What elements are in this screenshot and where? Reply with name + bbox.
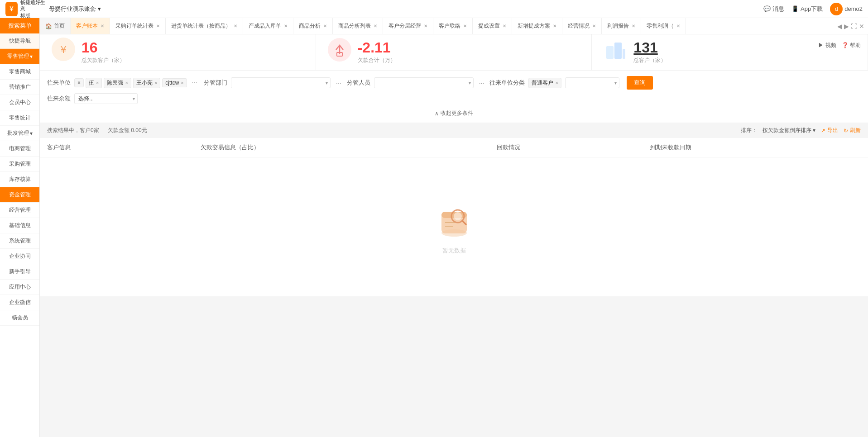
empty-row: 暂无数据 <box>40 157 868 297</box>
sidebar-item-guide[interactable]: 新手引导 <box>0 264 39 280</box>
tab-close-icon[interactable]: ✕ <box>284 24 288 28</box>
tab-expand-icon[interactable]: ⛶ <box>851 23 857 30</box>
message-btn[interactable]: 💬 消息 <box>763 5 784 13</box>
collapse-btn[interactable]: ∧ 收起更多条件 <box>47 108 861 119</box>
sidebar-item-app-center[interactable]: 应用中心 <box>0 280 39 295</box>
workspace-selector[interactable]: 母婴行业演示账套 ▾ <box>49 5 101 13</box>
tab-close-icon[interactable]: ✕ <box>632 24 635 28</box>
person-select-wrapper <box>374 77 474 88</box>
tab-close-icon[interactable]: ✕ <box>323 24 327 28</box>
sidebar-item-fund-management[interactable]: 资金管理 <box>0 187 39 203</box>
tab-close-icon[interactable]: ✕ <box>463 24 467 28</box>
sidebar-item-wechat-work[interactable]: 企业微信 <box>0 295 39 310</box>
dept-input[interactable] <box>231 77 331 88</box>
sidebar-item-inventory[interactable]: 库存核算 <box>0 172 39 187</box>
tab-purchase-order-stats[interactable]: 采购订单统计表 ✕ <box>110 18 166 34</box>
balance-select[interactable]: 选择... <box>74 93 138 104</box>
tab-close-all-icon[interactable]: ✕ <box>859 23 864 30</box>
empty-illustration <box>432 199 477 241</box>
sidebar-item-purchase[interactable]: 采购管理 <box>0 157 39 172</box>
video-btn[interactable]: ▶ 视频 <box>818 42 836 49</box>
sidebar-item-member-center[interactable]: 会员中心 <box>0 95 39 110</box>
tab-close-icon[interactable]: ✕ <box>676 24 680 28</box>
tab-close-icon[interactable]: ✕ <box>101 24 104 28</box>
stats-bar-actions: ▶ 视频 ❓ 帮助 <box>818 42 861 49</box>
tab-close-icon[interactable]: ✕ <box>374 24 377 28</box>
data-table: 客户信息 欠款交易信息（占比） 回款情况 到期未收款日期 <box>40 138 868 297</box>
sort-select[interactable]: 按欠款金额倒序排序 ▾ <box>762 127 815 134</box>
sidebar-item-retail-management[interactable]: 零售管理 ▾ <box>0 49 39 64</box>
stat-label-debt: 欠款合计（万） <box>358 57 396 64</box>
unit-class-select[interactable] <box>565 77 619 88</box>
sidebar-item-marketing[interactable]: 营销推广 <box>0 80 39 95</box>
sidebar-item-enterprise-collab[interactable]: 企业协同 <box>0 249 39 264</box>
nav-tabs: 🏠 首页 客户账本 ✕ 采购订单统计表 ✕ 进货单统计表（按商品） ✕ 产成品入… <box>40 18 868 34</box>
remove-tag-chen[interactable]: × <box>125 80 128 86</box>
tab-close-icon[interactable]: ✕ <box>592 24 596 28</box>
dept-expand-icon[interactable]: ··· <box>334 79 343 86</box>
filter-tag-more[interactable]: ··· <box>189 78 200 88</box>
empty-state: 暂无数据 <box>47 163 861 291</box>
tab-purchase-stats-by-product[interactable]: 进货单统计表（按商品） ✕ <box>166 18 243 34</box>
app-download-btn[interactable]: 📱 App下载 <box>791 5 823 13</box>
remove-normal-customer[interactable]: × <box>555 80 558 86</box>
tab-commission-settings[interactable]: 提成设置 ✕ <box>473 18 512 34</box>
sidebar-item-basic-info[interactable]: 基础信息 <box>0 218 39 233</box>
col-repayment: 回款情况 <box>489 138 643 157</box>
unit-filter-tags: × 伍 × 陈民强 × 王小亮 × cjttcw × <box>74 78 200 88</box>
tab-profit-report[interactable]: 利润报告 ✕ <box>602 18 641 34</box>
unit-filter-label: 往来单位 <box>47 79 71 87</box>
stat-text-customers2: 131 总客户（家） <box>633 40 666 64</box>
sidebar-item-operations[interactable]: 经营管理 <box>0 203 39 218</box>
logo-text: 畅捷通好生意 标版 <box>20 0 45 19</box>
filter-tag-wang: 王小亮 × <box>133 78 160 88</box>
tab-finished-product-inbound[interactable]: 产成品入库单 ✕ <box>243 18 293 34</box>
top-bar: ¥ 畅捷通好生意 标版 母婴行业演示账套 ▾ 💬 消息 📱 App下载 d de… <box>0 0 868 18</box>
top-bar-left: ¥ 畅捷通好生意 标版 母婴行业演示账套 ▾ <box>5 0 101 19</box>
sidebar-item-system[interactable]: 系统管理 <box>0 233 39 249</box>
tab-retail-profit[interactable]: 零售利润（ ✕ <box>641 18 686 34</box>
message-icon: 💬 <box>763 5 771 12</box>
video-icon: ▶ <box>818 42 824 48</box>
logo-icon: ¥ <box>5 2 18 16</box>
sidebar-item-chang-member[interactable]: 畅会员 <box>0 310 39 326</box>
tab-customer-ledger[interactable]: 客户账本 ✕ <box>71 18 110 34</box>
sidebar-item-wholesale-management[interactable]: 批发管理 ▾ <box>0 126 39 141</box>
tab-customer-contact[interactable]: 客户联络 ✕ <box>433 18 473 34</box>
person-input[interactable] <box>374 77 474 88</box>
tab-close-icon[interactable]: ✕ <box>424 24 427 28</box>
sidebar-quick-nav[interactable]: 快捷导航 <box>0 33 39 49</box>
stat-icon-customers: ¥ <box>51 37 76 68</box>
help-btn[interactable]: ❓ 帮助 <box>842 42 861 49</box>
refresh-btn[interactable]: ↻ 刷新 <box>844 127 861 134</box>
tab-home[interactable]: 🏠 首页 <box>40 18 71 34</box>
tab-close-icon[interactable]: ✕ <box>503 24 506 28</box>
sidebar-item-retail-mall[interactable]: 零售商城 <box>0 64 39 80</box>
remove-tag-cjttcw[interactable]: × <box>181 80 183 86</box>
remove-tag-wu[interactable]: × <box>96 80 99 86</box>
tab-customer-segmentation[interactable]: 客户分层经营 ✕ <box>383 18 433 34</box>
col-customer-info: 客户信息 <box>40 138 193 157</box>
tab-add-commission-plan[interactable]: 新增提成方案 ✕ <box>512 18 562 34</box>
tab-next-icon[interactable]: ▶ <box>844 23 849 30</box>
tab-prev-icon[interactable]: ◀ <box>837 23 842 30</box>
filter-tag-unit: × <box>74 78 84 87</box>
tab-close-icon[interactable]: ✕ <box>553 24 556 28</box>
user-avatar-btn[interactable]: d demo2 <box>830 3 863 15</box>
tab-close-icon[interactable]: ✕ <box>234 24 237 28</box>
tab-close-icon[interactable]: ✕ <box>156 24 160 28</box>
sidebar-search[interactable]: 搜索菜单 <box>0 18 39 33</box>
tab-product-analysis[interactable]: 商品分析 ✕ <box>293 18 333 34</box>
sidebar-item-ecommerce[interactable]: 电商管理 <box>0 141 39 157</box>
sidebar-item-retail-stats[interactable]: 零售统计 <box>0 110 39 126</box>
person-expand-icon[interactable]: ··· <box>477 79 486 86</box>
tab-business-situation[interactable]: 经营情况 ✕ <box>562 18 602 34</box>
query-button[interactable]: 查询 <box>627 76 653 90</box>
filter-area: 往来单位 × 伍 × 陈民强 × 王小亮 × cjttcw <box>40 71 868 123</box>
stat-icon-debt <box>327 37 352 67</box>
export-btn[interactable]: ↗ 导出 <box>821 127 838 134</box>
tab-product-analysis-list[interactable]: 商品分析列表 ✕ <box>333 18 383 34</box>
remove-tag-wang[interactable]: × <box>154 80 157 86</box>
result-bar: 搜索结果中，客户0家 欠款金额 0.00元 排序： 按欠款金额倒序排序 ▾ ↗ … <box>40 123 868 138</box>
filter-tag-wu: 伍 × <box>86 78 102 88</box>
